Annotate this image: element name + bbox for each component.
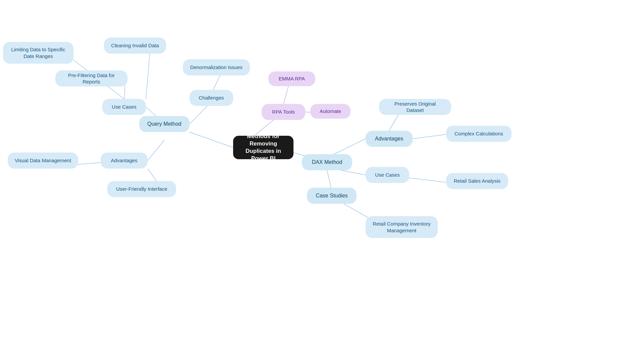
preserves-original-node: Preserves Original Dataset [379, 99, 451, 115]
svg-line-18 [413, 134, 446, 139]
case-studies-node: Case Studies [307, 188, 357, 204]
challenges-node: Challenges [190, 90, 233, 106]
dax-advantages-node: Advantages [366, 131, 413, 147]
svg-line-16 [327, 170, 331, 189]
visual-data-management-node: Visual Data Management [8, 153, 78, 169]
svg-line-3 [148, 140, 164, 161]
query-advantages-node: Advantages [101, 153, 148, 169]
query-method-node: Query Method [139, 116, 190, 132]
svg-line-0 [190, 132, 233, 147]
retail-sales-node: Retail Sales Analysis [446, 173, 508, 189]
svg-line-7 [148, 169, 158, 183]
emma-rpa-node: EMMA RPA [268, 71, 315, 86]
svg-line-10 [146, 48, 150, 99]
center-node: Methods for Removing Duplicates in Power… [233, 136, 293, 159]
user-friendly-interface-node: User-Friendly Interface [107, 181, 176, 197]
retail-inventory-node: Retail Company Inventory Management [366, 216, 438, 238]
use-cases-query-node: Use Cases [102, 99, 146, 115]
limiting-data-node: Limiting Data to Specific Date Ranges [3, 42, 73, 64]
dax-method-node: DAX Method [302, 154, 352, 170]
dax-use-cases-node: Use Cases [366, 167, 409, 183]
complex-calculations-node: Complex Calculations [446, 126, 512, 142]
denormalization-node: Denormalization Issues [183, 59, 250, 75]
automate-node: Automate [310, 104, 351, 119]
pre-filtering-node: Pre-Filtering Data for Reports [55, 70, 127, 86]
cleaning-invalid-node: Cleaning Invalid Data [104, 38, 166, 54]
rpa-tools-node: RPA Tools [262, 104, 305, 120]
